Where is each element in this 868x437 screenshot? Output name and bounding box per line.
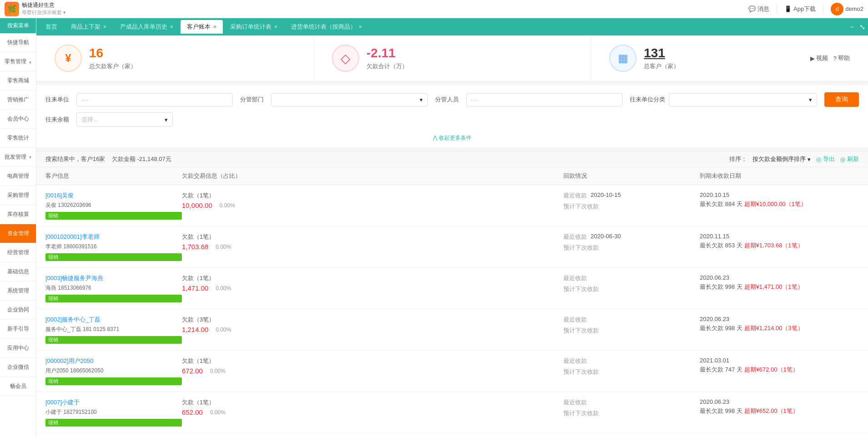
overdue-link-jian[interactable]: 超期¥652.00（1笔） <box>744 407 798 414</box>
tab-purchase-stats[interactable]: 进货单统计表（按商品） × <box>285 20 368 34</box>
sort-area: 排序： 按欠款金额倒序排序 ▾ ◎ 导出 ◎ 刷 <box>729 155 859 163</box>
filter-select-balance[interactable]: 选择... ▾ <box>76 112 173 127</box>
customer-name-ding[interactable]: [0002]服务中心_丁磊 <box>45 316 182 324</box>
filter-select-branch-dept[interactable]: ▾ <box>271 93 427 106</box>
customer-info-jian: [0007]小建于 小建于 18279152100 现销 <box>45 398 182 427</box>
customer-name-hai[interactable]: [0003]畅捷服务尹海燕 <box>45 274 182 282</box>
tab-customer-account[interactable]: 客户账本 × <box>181 20 223 34</box>
tab-close-purchase-stats[interactable]: × <box>359 24 362 30</box>
video-btn[interactable]: ▶视频 <box>810 54 828 62</box>
debt-ratio-li: 0.00% <box>216 244 231 250</box>
customer-phone-0016: 吴俊 13026203696 <box>45 201 182 209</box>
sidebar-item-purchase[interactable]: 采购管理 <box>0 186 36 205</box>
sidebar-item-newbie[interactable]: 新手引导 <box>0 320 36 339</box>
sidebar-item-wechat[interactable]: 企业微信 <box>0 358 36 377</box>
stat-card-total-customers: ▦ 131 总客户（家） ▶视频 ?帮助 <box>591 35 868 81</box>
filter-input-source-unit[interactable]: ··· <box>76 93 233 106</box>
tab-close-production-history[interactable]: × <box>170 24 173 30</box>
sidebar-item-ecommerce[interactable]: 电商管理 <box>0 167 36 186</box>
sidebar-item-quick-nav[interactable]: 快捷导航 <box>0 33 36 52</box>
sidebar-item-enterprise[interactable]: 企业协同 <box>0 301 36 320</box>
sidebar-item-system[interactable]: 系统管理 <box>0 281 36 301</box>
overdue-info-ding: 2020.06.23 最长欠款 998 天 超期¥1,214.00（3笔） <box>700 316 859 332</box>
debt-info-0016: 欠款（1笔） 10,000.00 0.00% <box>182 191 563 209</box>
debt-info-li: 欠款（1笔） 1,703.68 0.00% <box>182 233 563 251</box>
sidebar-item-member-plus[interactable]: 畅会员 <box>0 377 36 396</box>
return-info-hai: 最近收款 预计下次收款 <box>563 274 700 293</box>
sidebar-item-batch-mgmt[interactable]: 批发管理 ▾ <box>0 148 36 167</box>
help-btn[interactable]: ?帮助 <box>833 54 850 62</box>
overdue-link-0016[interactable]: 超期¥10,000.00（1笔） <box>744 201 807 207</box>
sidebar-item-operations[interactable]: 经营管理 <box>0 243 36 262</box>
overdue-link-ding[interactable]: 超期¥1,214.00（3笔） <box>744 325 803 332</box>
export-btn[interactable]: ◎ 导出 <box>816 155 835 163</box>
filter-unit-category: 往来单位分类 ▾ <box>630 93 817 106</box>
filter-input-manager[interactable]: ··· <box>466 93 622 106</box>
refresh-btn[interactable]: ◎ 刷新 <box>840 155 859 163</box>
filter-branch-dept: 分管部门 ▾ <box>240 93 427 106</box>
results-summary-amount: 欠款金额 -21,148.07元 <box>112 156 171 162</box>
overdue-link-2050[interactable]: 超期¥672.00（1笔） <box>744 366 798 373</box>
app-download-btn[interactable]: 📱 App下载 <box>784 5 816 13</box>
customer-name-2050[interactable]: [000002]用户2050 <box>45 357 182 365</box>
message-btn[interactable]: 💬 消息 <box>748 5 769 13</box>
sidebar-item-member[interactable]: 会员中心 <box>0 110 36 129</box>
tab-home[interactable]: 首页 <box>39 20 64 34</box>
results-summary-customers: 搜索结果中，客户16家 <box>45 156 105 162</box>
tab-purchase-order[interactable]: 采购订单统计表 × <box>224 20 284 34</box>
overdue-link-hai[interactable]: 超期¥1,471.00（1笔） <box>744 283 803 290</box>
sidebar-item-retail-stats[interactable]: 零售统计 <box>0 129 36 148</box>
customer-name-jian[interactable]: [0007]小建于 <box>45 398 182 407</box>
overdue-days-li: 最长欠款 853 天 超期¥1,703.68（1笔） <box>700 241 859 250</box>
tab-product-list[interactable]: 商品上下架 × <box>65 20 113 34</box>
customer-info-2050: [000002]用户2050 用户2050 18665062050 现销 <box>45 357 182 385</box>
sidebar-item-retail-store[interactable]: 零售商城 <box>0 71 36 90</box>
sidebar-item-app-center[interactable]: 应用中心 <box>0 339 36 358</box>
app-container: 🌿 畅捷通好生意 母婴行业演示账套 ▾ 💬 消息 📱 App下载 d <box>0 0 868 437</box>
user-avatar[interactable]: d demo2 <box>831 3 863 15</box>
overdue-info-jian: 2020.06.23 最长欠款 998 天 超期¥652.00（1笔） <box>700 398 859 415</box>
filter-row-2: 往来余额 选择... ▾ <box>45 112 859 127</box>
tab-production-history[interactable]: 产成品入库单历史 × <box>114 20 180 34</box>
tab-close-customer-account[interactable]: × <box>213 24 216 30</box>
tab-maximize-icon[interactable]: ⤡ <box>859 23 865 31</box>
filter-select-unit-category[interactable]: ▾ <box>669 93 817 106</box>
sidebar-item-inventory[interactable]: 库存核算 <box>0 205 36 224</box>
customer-info-ding: [0002]服务中心_丁磊 服务中心_丁磊 181 0125 8371 现销 <box>45 316 182 344</box>
stat-card-debt-customers: ¥ 16 总欠款客户（家） <box>36 35 314 81</box>
customer-phone-ding: 服务中心_丁磊 181 0125 8371 <box>45 326 182 333</box>
debt-count-ding: 欠款（3笔） <box>182 316 215 324</box>
overdue-date-li: 2020.11.15 <box>700 233 859 240</box>
customer-name-0016[interactable]: [0016]吴俊 <box>45 191 182 200</box>
header-return: 回款情况 <box>563 172 700 180</box>
tab-close-purchase-order[interactable]: × <box>274 24 277 30</box>
tab-bar-actions: － ⤡ <box>848 22 865 32</box>
debt-count-li: 欠款（1笔） <box>182 233 215 241</box>
overdue-info-0016: 2020.10.15 最长欠款 884 天 超期¥10,000.00（1笔） <box>700 191 859 208</box>
search-button[interactable]: 查询 <box>824 92 859 107</box>
collapse-bar[interactable]: ⋀ 收起更多条件 <box>45 132 859 144</box>
debt-count-2050: 欠款（1笔） <box>182 357 215 365</box>
debt-count-hai: 欠款（1笔） <box>182 274 215 282</box>
separator2 <box>823 5 823 14</box>
customer-phone-2050: 用户2050 18665062050 <box>45 367 182 375</box>
sidebar-item-basic-info[interactable]: 基础信息 <box>0 262 36 281</box>
sidebar-item-retail-mgmt[interactable]: 零售管理 ▴ <box>0 52 36 71</box>
sidebar-item-finance[interactable]: 资金管理 <box>0 224 36 243</box>
industry-name[interactable]: 母婴行业演示账套 ▾ <box>22 9 66 16</box>
overdue-link-li[interactable]: 超期¥1,703.68（1笔） <box>744 242 803 249</box>
overdue-date-jian: 2020.06.23 <box>700 398 859 405</box>
customer-phone-hai: 海燕 18513066976 <box>45 284 182 292</box>
data-table: 客户信息 欠款交易信息（占比） 回款情况 到期未收款日期 [0016]吴俊 吴俊… <box>36 167 868 437</box>
customer-name-li[interactable]: [0001020001]李老师 <box>45 233 182 241</box>
filter-label-unit-category: 往来单位分类 <box>630 95 665 104</box>
tab-close-product-list[interactable]: × <box>103 24 106 30</box>
overdue-info-li: 2020.11.15 最长欠款 853 天 超期¥1,703.68（1笔） <box>700 233 859 250</box>
customer-tag-li: 现销 <box>45 253 182 261</box>
stat-label-debt-amount: 欠款合计（万） <box>366 62 408 70</box>
sidebar-search[interactable]: 搜索菜单 <box>0 18 36 33</box>
sort-select[interactable]: 按欠款金额倒序排序 ▾ <box>753 155 811 163</box>
tab-minimize-icon[interactable]: － <box>848 22 856 32</box>
table-row: [0016]吴俊 吴俊 13026203696 现销 欠款（1笔） 10,000… <box>36 185 868 226</box>
sidebar-item-marketing[interactable]: 营销推广 <box>0 90 36 110</box>
